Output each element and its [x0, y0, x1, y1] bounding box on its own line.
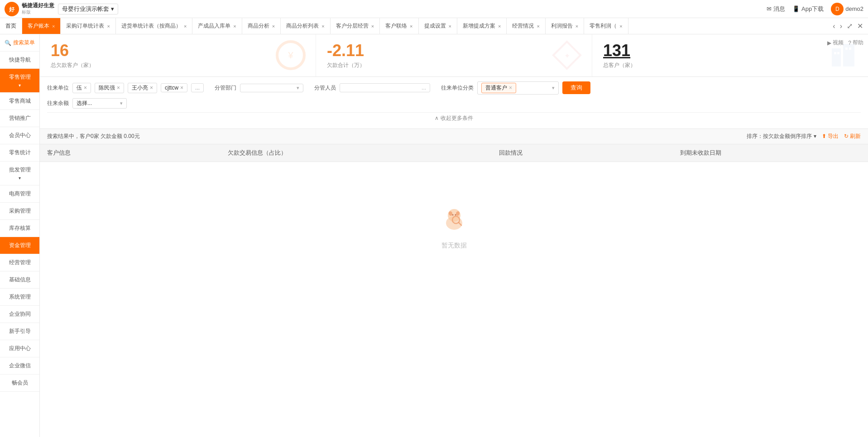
filter-more-label: ...: [195, 85, 200, 91]
sidebar-item-purchase[interactable]: 采购管理: [0, 203, 39, 220]
tab-goods-analysis-close[interactable]: ×: [272, 24, 275, 29]
tab-expand[interactable]: ⤢: [845, 22, 854, 30]
tab-goods-analysis-list[interactable]: 商品分析列表 ×: [281, 18, 330, 34]
filter-tag-wu[interactable]: 伍 ×: [72, 83, 91, 93]
filter-tag-chen-close[interactable]: ×: [117, 85, 120, 91]
svg-rect-10: [845, 48, 848, 50]
sidebar-item-ecommerce[interactable]: 电商管理: [0, 185, 39, 203]
tab-customer-book-close[interactable]: ×: [52, 24, 55, 29]
tab-customer-book[interactable]: 客户账本 ×: [22, 18, 61, 34]
person-select[interactable]: ...: [340, 83, 430, 92]
store-selector[interactable]: 母婴行业演示帐套 ▾: [58, 4, 118, 14]
tab-customer-book-label: 客户账本: [28, 22, 49, 30]
tab-goods-analysis-list-close[interactable]: ×: [321, 24, 324, 29]
tab-profit-report-close[interactable]: ×: [575, 24, 578, 29]
user-menu[interactable]: D demo2: [831, 3, 863, 15]
sidebar-search[interactable]: 🔍 搜索菜单: [0, 34, 39, 52]
unit-label: 往来单位: [47, 84, 69, 92]
sidebar-search-label: 搜索菜单: [13, 39, 35, 47]
tab-home[interactable]: 首页: [0, 18, 22, 34]
sidebar-item-vip-member[interactable]: 畅会员: [0, 375, 39, 392]
search-button[interactable]: 查询: [562, 81, 590, 94]
dept-select[interactable]: ▾: [240, 84, 303, 92]
help-button[interactable]: ? 帮助: [848, 39, 863, 47]
sidebar-item-basic-info[interactable]: 基础信息: [0, 271, 39, 289]
main-layout: 🔍 搜索菜单 快捷导航 零售管理 ▾ 零售商城 营销推广 会员中心 零售统计 批…: [0, 34, 868, 437]
table-header: 客户信息 欠款交易信息（占比） 回款情况 到期未收款日期: [40, 144, 868, 162]
tab-retail-profit-label: 零售利润（: [590, 22, 617, 30]
tab-customer-segment[interactable]: 客户分层经营 ×: [331, 18, 380, 34]
tab-purchase-order[interactable]: 采购订单统计表 ×: [61, 18, 115, 34]
sidebar-item-finance[interactable]: 资金管理: [0, 237, 39, 254]
filter-tag-cj-close[interactable]: ×: [180, 85, 183, 91]
filter-more-tags[interactable]: ...: [191, 83, 204, 92]
unit-class-tag-close[interactable]: ×: [509, 85, 512, 91]
sidebar-item-marketing[interactable]: 营销推广: [0, 110, 39, 127]
tab-customer-contact[interactable]: 客户联络 ×: [380, 18, 418, 34]
sidebar-item-retail-mgmt[interactable]: 零售管理 ▾: [0, 69, 39, 93]
tab-goods-analysis[interactable]: 商品分析 ×: [242, 18, 281, 34]
collapse-row[interactable]: ∧ 收起更多条件: [47, 112, 861, 124]
app-download-button[interactable]: 📱 App下载: [792, 5, 824, 13]
person-label: 分管人员: [314, 84, 336, 92]
tab-scroll-right[interactable]: ›: [839, 22, 844, 30]
tab-biz-situation[interactable]: 经营情况 ×: [507, 18, 545, 34]
sidebar-item-inventory[interactable]: 库存核算: [0, 220, 39, 237]
tab-new-promotion[interactable]: 新增提成方案 ×: [457, 18, 507, 34]
tab-retail-profit-close[interactable]: ×: [619, 24, 622, 29]
tab-purchase-stats-close[interactable]: ×: [184, 24, 187, 29]
filter-tag-chen[interactable]: 陈民强 ×: [95, 83, 124, 93]
tab-scroll-left[interactable]: ‹: [831, 22, 836, 30]
unit-class-tag[interactable]: 普通客户 ×: [481, 83, 516, 93]
tab-customer-contact-close[interactable]: ×: [410, 24, 412, 29]
refresh-icon: ↻: [844, 133, 849, 139]
tab-production-in[interactable]: 产成品入库单 ×: [192, 18, 242, 34]
tab-biz-situation-close[interactable]: ×: [537, 24, 539, 29]
sidebar-item-member-center[interactable]: 会员中心: [0, 127, 39, 144]
export-button[interactable]: ⬆ 导出: [822, 133, 839, 140]
sidebar-item-sys-mgmt[interactable]: 系统管理: [0, 289, 39, 306]
person-dots[interactable]: ...: [422, 85, 426, 91]
sidebar-item-retail-mall[interactable]: 零售商城: [0, 93, 39, 110]
collapse-label: 收起更多条件: [441, 114, 473, 122]
sidebar-item-app-center[interactable]: 应用中心: [0, 340, 39, 357]
unit-class-select[interactable]: 普通客户 × ▾: [477, 81, 559, 95]
refresh-button[interactable]: ↻ 刷新: [844, 133, 861, 140]
sidebar-item-retail-stats[interactable]: 零售统计: [0, 144, 39, 162]
filter-tag-wang-close[interactable]: ×: [150, 85, 153, 91]
tab-purchase-order-close[interactable]: ×: [107, 24, 110, 29]
tab-profit-report-label: 利润报告: [551, 22, 573, 30]
sidebar: 🔍 搜索菜单 快捷导航 零售管理 ▾ 零售商城 营销推广 会员中心 零售统计 批…: [0, 34, 40, 437]
sidebar-item-newbie[interactable]: 新手引导: [0, 323, 39, 340]
tab-promotion-settings-close[interactable]: ×: [449, 24, 451, 29]
sidebar-item-enterprise-coop[interactable]: 企业协同: [0, 306, 39, 323]
sidebar-item-operations[interactable]: 经营管理: [0, 254, 39, 271]
col-payment-status: 回款情况: [499, 149, 680, 157]
sidebar-item-marketing-label: 营销推广: [9, 114, 31, 122]
video-button[interactable]: ▶ 视频: [827, 39, 844, 47]
tab-purchase-stats[interactable]: 进货单统计表（按商品） ×: [116, 18, 192, 34]
dept-chevron-icon: ▾: [297, 85, 299, 91]
svg-rect-11: [849, 48, 851, 50]
stat-arrears-number: -2.11: [327, 42, 364, 60]
sidebar-item-enterprise-wx[interactable]: 企业微信: [0, 357, 39, 375]
stat-total-label: 总客户（家）: [603, 62, 636, 69]
filter-tag-cj[interactable]: cjttcw ×: [161, 83, 187, 92]
message-button[interactable]: ✉ 消息: [767, 5, 785, 13]
tab-close-all[interactable]: ✕: [856, 22, 864, 30]
tab-customer-segment-close[interactable]: ×: [371, 24, 374, 29]
sidebar-item-wholesale[interactable]: 批发管理 ▾: [0, 162, 39, 185]
balance-select[interactable]: 选择... ▾: [72, 98, 127, 109]
filter-tag-wu-close[interactable]: ×: [84, 85, 87, 91]
tab-profit-report[interactable]: 利润报告 ×: [546, 18, 584, 34]
sidebar-quick-nav[interactable]: 快捷导航: [0, 52, 39, 69]
filter-tag-wang[interactable]: 王小亮 ×: [128, 83, 157, 93]
tab-promotion-settings[interactable]: 提成设置 ×: [419, 18, 457, 34]
top-bar-left: 好 畅捷通好生意 标版 母婴行业演示帐套 ▾: [5, 2, 118, 16]
tab-home-label: 首页: [5, 22, 16, 30]
logo-svg: 好: [7, 5, 16, 14]
sort-button[interactable]: 排序：按欠款金额倒序排序 ▾: [747, 133, 816, 140]
tab-production-in-close[interactable]: ×: [233, 24, 236, 29]
tab-retail-profit[interactable]: 零售利润（ ×: [584, 18, 628, 34]
tab-new-promotion-close[interactable]: ×: [498, 24, 501, 29]
